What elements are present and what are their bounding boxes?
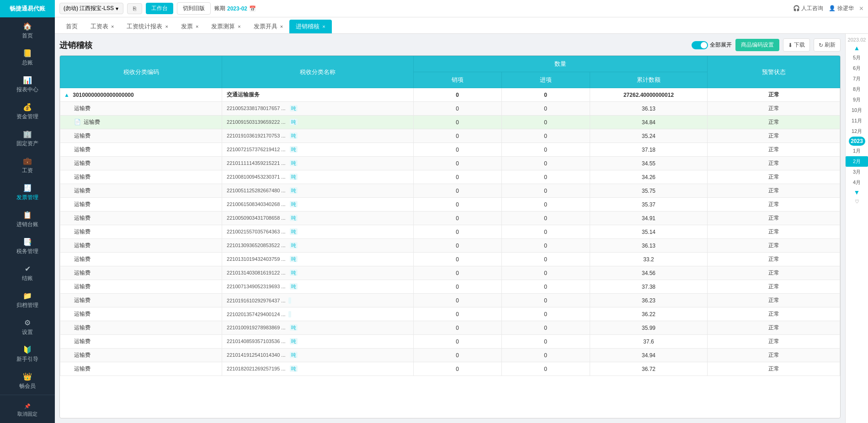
month-1[interactable]: 1月 (846, 146, 868, 156)
month-10[interactable]: 10月 (846, 105, 868, 116)
unit-flag: 吨 (290, 187, 298, 194)
cell-sales: 0 (413, 88, 501, 102)
sidebar-item-member[interactable]: 👑 畅会员 (0, 368, 55, 395)
sidebar-item-settings[interactable]: ⚙ 设置 (0, 314, 55, 341)
user-avatar[interactable]: 👤 徐逻华 (829, 5, 853, 12)
month-2-active[interactable]: 2月 (846, 156, 868, 167)
cell-purchase: 0 (501, 294, 590, 307)
sidebar-item-salary[interactable]: 💼 工资 (0, 152, 55, 179)
month-9[interactable]: 9月 (846, 95, 868, 105)
sidebar-item-guide[interactable]: 🔰 新手引导 (0, 341, 55, 368)
tab-close-icon[interactable]: × (111, 24, 114, 29)
cell-taxno: 2210111114359215221 ... 吨 (222, 157, 413, 170)
tab-home[interactable]: 首页 (59, 20, 84, 33)
sidebar-item-label: 固定资产 (16, 140, 38, 148)
tab-close-icon[interactable]: × (280, 24, 283, 29)
calendar-icon[interactable]: 📅 (249, 5, 256, 12)
tab-invoice[interactable]: 发票 × (175, 20, 205, 33)
cell-purchase: 0 (501, 143, 590, 157)
tab-close-icon[interactable]: × (165, 24, 168, 29)
cell-status: 正常 (708, 239, 840, 253)
download-button[interactable]: ⬇ 下载 (783, 38, 810, 52)
nav-up-button[interactable]: ▲ (846, 43, 868, 53)
th-quantity: 数量 (413, 56, 708, 72)
sidebar: 畅捷通易代账 🏠 首页 📒 总账 📊 报表中心 💰 资金管理 🏢 固定资产 💼 … (0, 0, 55, 423)
month-7[interactable]: 7月 (846, 74, 868, 84)
company-selector[interactable]: (勿动) 江西报宝-LSS ▾ (59, 3, 123, 14)
month-5[interactable]: 5月 (846, 53, 868, 63)
support-link[interactable]: 🎧 人工咨询 (793, 5, 823, 12)
cell-status: 正常 (708, 198, 840, 212)
home-icon: 🏠 (23, 22, 32, 31)
cell-taxno: 2210141912541014340 ... 吨 (222, 349, 413, 362)
cell-purchase: 0 (501, 212, 590, 225)
table-row: 运输费 2210021557035764363 ... 吨 0 0 35.14 … (60, 225, 840, 239)
tab-salary-table[interactable]: 工资表 × (84, 20, 120, 33)
table-row: ▲ 30100000000000000000 交通运输服务 0 0 27262.… (60, 88, 840, 102)
table-row: 运输费 2210191036192170753 ... 吨 0 0 35.24 … (60, 129, 840, 143)
tab-close-icon[interactable]: × (322, 24, 325, 29)
unit-flag: 吨 (290, 365, 298, 372)
sidebar-item-home[interactable]: 🏠 首页 (0, 17, 55, 44)
unpin-button[interactable]: 📌 取消固定 (0, 399, 55, 422)
tab-reconcile[interactable]: 进销稽核 × (289, 20, 331, 33)
month-3[interactable]: 3月 (846, 167, 868, 177)
sidebar-item-label: 首页 (22, 32, 33, 40)
cell-item-name: 运输费 (60, 335, 222, 349)
cell-cumulative: 27262.40000000012 (590, 88, 708, 102)
month-4[interactable]: 4月 (846, 177, 868, 188)
sidebar-item-asset[interactable]: 🏢 固定资产 (0, 125, 55, 152)
refresh-button[interactable]: ↻ 刷新 (814, 38, 841, 52)
nav-down-button[interactable]: ▼ (846, 188, 868, 197)
table-row: 运输费 2210050903431708658 ... 吨 0 0 34.91 … (60, 212, 840, 225)
month-8[interactable]: 8月 (846, 84, 868, 95)
table-body: ▲ 30100000000000000000 交通运输服务 0 0 27262.… (60, 88, 840, 376)
sidebar-item-archive[interactable]: 📁 归档管理 (0, 287, 55, 314)
cell-purchase: 0 (501, 102, 590, 116)
sidebar-item-report[interactable]: 📊 报表中心 (0, 71, 55, 98)
cell-cumulative: 35.14 (590, 225, 708, 239)
month-6[interactable]: 6月 (846, 63, 868, 74)
copy-button[interactable]: ⎘ (127, 3, 142, 14)
collapse-icon[interactable]: ▲ (64, 92, 69, 98)
ledger-icon: 📒 (23, 49, 32, 58)
cell-taxno: 2210061508340340268 ... 吨 (222, 198, 413, 212)
refresh-icon: ↻ (819, 42, 823, 48)
guide-icon: 🔰 (23, 345, 32, 354)
sidebar-item-tax[interactable]: 📑 税务管理 (0, 233, 55, 260)
tab-invoice-calc[interactable]: 发票测算 × (205, 20, 247, 33)
goods-code-btn[interactable]: 商品编码设置 (735, 39, 779, 51)
cell-purchase: 0 (501, 349, 590, 362)
tab-close-icon[interactable]: × (238, 24, 240, 29)
main-table: 税收分类编码 税收分类名称 数量 预警状态 销项 进项 累计数额 ▲ (60, 56, 840, 376)
heart-icon[interactable]: ♡ (846, 197, 868, 206)
expand-all-toggle[interactable]: 全部展开 (692, 41, 732, 49)
cell-purchase: 0 (501, 198, 590, 212)
cell-item-name: 运输费 (60, 225, 222, 239)
sidebar-item-checkout[interactable]: ✔ 结账 (0, 260, 55, 287)
cell-taxno: 2210021557035764363 ... 吨 (222, 225, 413, 239)
sidebar-item-ledger[interactable]: 📒 总账 (0, 44, 55, 71)
content-main: 进销稽核 全部展开 商品编码设置 ⬇ 下载 ↻ 刷 (55, 34, 845, 423)
cell-status: 正常 (708, 321, 840, 335)
toggle-track[interactable] (692, 41, 708, 49)
current-year[interactable]: 2023 (849, 137, 865, 146)
tab-invoice-open[interactable]: 发票开具 × (247, 20, 289, 33)
close-button[interactable]: × (859, 5, 863, 13)
workbench-button[interactable]: 工作台 (146, 3, 173, 14)
month-12[interactable]: 12月 (846, 126, 868, 137)
cell-item-name: 运输费 (60, 157, 222, 170)
cell-status: 正常 (708, 184, 840, 198)
page-actions: 全部展开 商品编码设置 ⬇ 下载 ↻ 刷新 (692, 38, 841, 52)
sidebar-item-label: 新手引导 (16, 355, 38, 363)
page-content: 进销稽核 全部展开 商品编码设置 ⬇ 下载 ↻ 刷 (55, 34, 868, 423)
switch-old-button[interactable]: 切到旧版 (177, 2, 211, 15)
sidebar-item-fund[interactable]: 💰 资金管理 (0, 98, 55, 125)
sidebar-item-invoice[interactable]: 🧾 发票管理 (0, 179, 55, 206)
tab-close-icon[interactable]: × (196, 24, 198, 29)
th-tax-code: 税收分类编码 (60, 56, 222, 88)
avatar-icon: 👤 (829, 5, 836, 11)
month-11[interactable]: 11月 (846, 116, 868, 126)
tab-salary-report[interactable]: 工资统计报表 × (120, 20, 174, 33)
sidebar-item-sales[interactable]: 📋 进销台账 (0, 206, 55, 233)
